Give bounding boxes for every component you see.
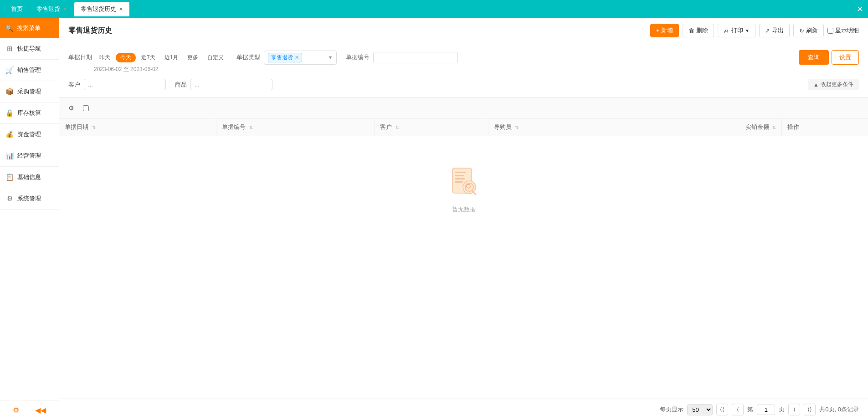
new-button[interactable]: + 新增 (650, 24, 679, 37)
sidebar-nav: ⊞ 快捷导航 🛒 销售管理 📦 采购管理 🔒 库存核算 💰 资金管理 📊 (0, 38, 59, 400)
doc-type-select[interactable]: 零售退货 ✕ ▼ (264, 51, 337, 65)
sidebar-item-finance-mgmt[interactable]: 💰 资金管理 (0, 124, 59, 145)
customer-label: 客户 (68, 81, 80, 89)
show-detail-checkbox[interactable] (827, 28, 833, 34)
finance-icon: 💰 (5, 130, 14, 138)
collapse-button[interactable]: ▲ 收起更多条件 (808, 79, 859, 90)
svg-rect-1 (455, 172, 466, 173)
sidebar-audio-button[interactable]: ◀◀ (35, 406, 46, 415)
total-info: 共0页, 0条记录 (819, 405, 859, 414)
date-btn-last7[interactable]: 近7天 (138, 53, 159, 62)
date-buttons: 昨天 今天 近7天 近1月 更多 自定义 (96, 53, 227, 62)
sidebar-item-sales-mgmt[interactable]: 🛒 销售管理 (0, 60, 59, 81)
goods-ellipsis: ... (195, 81, 200, 88)
next-page-button[interactable]: ⟩ (788, 404, 800, 415)
svg-rect-2 (455, 175, 464, 176)
export-icon: ↗ (765, 27, 770, 34)
page-title-row: 零售退货历史 + 新增 🗑 删除 🖨 打印 ▼ ↗ (68, 24, 859, 37)
data-table: 单据日期 ⇅ 单据编号 ⇅ 客户 ⇅ (59, 118, 868, 136)
tab-retail-return[interactable]: 零售退货 ✕ (30, 2, 73, 16)
tab-home[interactable]: 首页 (5, 2, 29, 16)
sidebar: 🔍 搜索菜单 ⊞ 快捷导航 🛒 销售管理 📦 采购管理 🔒 库存核算 💰 (0, 18, 59, 420)
sidebar-search[interactable]: 🔍 搜索菜单 (0, 18, 59, 38)
filter-area: 单据日期 昨天 今天 近7天 近1月 更多 自定义 单据类型 (68, 43, 859, 97)
show-detail-checkbox-label[interactable]: 显示明细 (827, 26, 859, 35)
date-btn-custom[interactable]: 自定义 (204, 53, 227, 62)
purchase-icon: 📦 (5, 87, 14, 96)
first-page-button[interactable]: ⟨⟨ (716, 404, 728, 415)
date-btn-today[interactable]: 今天 (116, 53, 136, 62)
sidebar-item-operation-mgmt[interactable]: 📊 经营管理 (0, 145, 59, 167)
filter-doc-number: 单据编号 (346, 52, 458, 63)
tab-list: 首页 零售退货 ✕ 零售退货历史 ✕ (5, 2, 857, 16)
sort-number-icon: ⇅ (249, 125, 253, 130)
col-action: 操作 (782, 118, 868, 136)
page-size-select[interactable]: 50 100 200 (687, 404, 713, 415)
date-filter-label: 单据日期 (68, 53, 92, 61)
export-button[interactable]: ↗ 导出 (759, 24, 790, 37)
settings-button[interactable]: 设置 (832, 50, 859, 65)
col-date[interactable]: 单据日期 ⇅ (59, 118, 216, 136)
sidebar-item-purchase-mgmt[interactable]: 📦 采购管理 (0, 81, 59, 102)
svg-rect-3 (455, 178, 465, 179)
doc-type-dropdown-arrow: ▼ (328, 55, 333, 60)
refresh-icon: ↻ (799, 27, 804, 34)
empty-state-icon (446, 164, 482, 200)
table-header: 单据日期 ⇅ 单据编号 ⇅ 客户 ⇅ (59, 118, 868, 136)
sidebar-item-inventory-check[interactable]: 🔒 库存核算 (0, 102, 59, 124)
sort-amount-icon: ⇅ (772, 125, 776, 130)
sidebar-item-basic-info[interactable]: 📋 基础信息 (0, 167, 59, 188)
print-button[interactable]: 🖨 打印 ▼ (718, 24, 755, 37)
table-settings-button[interactable]: ⚙ (65, 102, 77, 114)
page-unit: 页 (779, 405, 785, 414)
date-btn-yesterday[interactable]: 昨天 (96, 53, 114, 62)
customer-select[interactable]: ... (84, 79, 166, 90)
goods-select[interactable]: ... (190, 79, 272, 90)
query-button[interactable]: 查询 (799, 50, 829, 65)
sidebar-item-quick-nav[interactable]: ⊞ 快捷导航 (0, 38, 59, 60)
print-icon: 🖨 (724, 27, 729, 34)
last-page-button[interactable]: ⟩⟩ (804, 404, 816, 415)
refresh-button[interactable]: ↻ 刷新 (793, 24, 824, 37)
sort-customer-icon: ⇅ (395, 125, 399, 130)
close-tab-retail-return-history[interactable]: ✕ (119, 6, 123, 12)
doc-number-input[interactable] (373, 52, 458, 63)
date-btn-more[interactable]: 更多 (184, 53, 202, 62)
filter-goods: 商品 ... (175, 79, 272, 90)
inventory-icon: 🔒 (5, 109, 14, 117)
sales-icon: 🛒 (5, 66, 14, 74)
tab-retail-return-history[interactable]: 零售退货历史 ✕ (74, 2, 129, 16)
col-customer[interactable]: 客户 ⇅ (375, 118, 488, 136)
page-number-input[interactable] (757, 405, 775, 415)
close-tab-retail-return[interactable]: ✕ (63, 6, 67, 12)
table-toolbar: ⚙ (59, 98, 868, 118)
sidebar-item-system-mgmt[interactable]: ⚙ 系统管理 (0, 188, 59, 210)
window-close-button[interactable]: ✕ (857, 4, 863, 14)
empty-state-text: 暂无数据 (452, 205, 476, 214)
query-buttons-group: 查询 设置 (799, 50, 859, 65)
page-size-label: 每页显示 (660, 405, 683, 414)
col-amount[interactable]: 实销金额 ⇅ (624, 118, 782, 136)
collapse-button-wrapper: ▲ 收起更多条件 (808, 79, 859, 90)
doc-type-tag-remove[interactable]: ✕ (295, 55, 299, 61)
sidebar-settings-button[interactable]: ⚙ (13, 406, 19, 415)
quick-nav-icon: ⊞ (5, 45, 14, 53)
filter-doc-type: 单据类型 零售退货 ✕ ▼ (236, 51, 337, 65)
system-icon: ⚙ (5, 195, 14, 203)
sort-guide-icon: ⇅ (515, 125, 519, 130)
sort-date-icon: ⇅ (92, 125, 96, 130)
col-number[interactable]: 单据编号 ⇅ (216, 118, 375, 136)
operation-icon: 📊 (5, 152, 14, 160)
content-area: 零售退货历史 + 新增 🗑 删除 🖨 打印 ▼ ↗ (59, 18, 868, 420)
date-btn-last1m[interactable]: 近1月 (161, 53, 182, 62)
filter-row-1: 单据日期 昨天 今天 近7天 近1月 更多 自定义 单据类型 (68, 47, 859, 67)
date-range-text: 2023-06-02 至 2023-06-02 (94, 66, 158, 72)
delete-icon: 🗑 (688, 27, 694, 34)
basic-info-icon: 📋 (5, 173, 14, 181)
col-guide[interactable]: 导购员 ⇅ (488, 118, 624, 136)
prev-page-button[interactable]: ⟨ (732, 404, 744, 415)
page-label: 第 (747, 405, 753, 414)
select-all-checkbox[interactable] (83, 105, 89, 111)
delete-button[interactable]: 🗑 删除 (683, 24, 714, 37)
main-layout: 🔍 搜索菜单 ⊞ 快捷导航 🛒 销售管理 📦 采购管理 🔒 库存核算 💰 (0, 18, 868, 420)
